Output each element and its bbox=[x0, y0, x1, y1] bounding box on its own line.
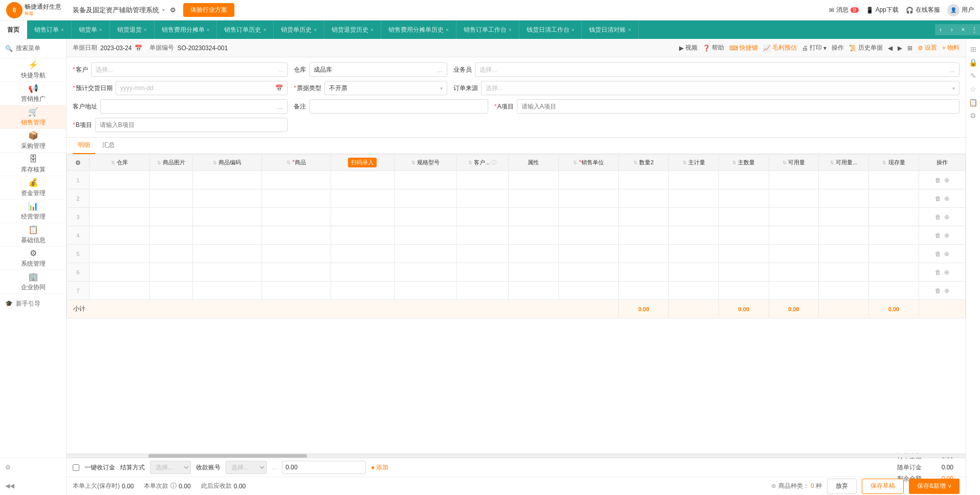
tab-close-icon[interactable]: × bbox=[144, 27, 147, 33]
col-spec[interactable]: ⇅ 规格型号 bbox=[395, 155, 456, 171]
table-scrollbar[interactable] bbox=[67, 454, 966, 458]
account-dots-icon[interactable]: ... bbox=[272, 464, 277, 471]
col-main-unit[interactable]: ⇅ 主计量 bbox=[669, 155, 719, 171]
tab-return-history[interactable]: 销货退货历史 × bbox=[324, 20, 381, 39]
b-project-input[interactable] bbox=[95, 118, 288, 132]
sidebar-item-marketing[interactable]: 📢 营销推广 bbox=[0, 82, 66, 105]
nav-close-btn[interactable]: × bbox=[957, 24, 969, 35]
row-copy-icon-3[interactable]: ⊕ bbox=[944, 213, 949, 221]
row-main-qty-1[interactable] bbox=[718, 171, 769, 189]
calendar-icon[interactable]: 📅 bbox=[135, 45, 142, 52]
shortcut-btn[interactable]: ⌨ 快捷键 bbox=[729, 44, 758, 52]
row-code-1[interactable] bbox=[193, 171, 262, 189]
right-panel-btn-3[interactable]: ✎ bbox=[967, 70, 979, 82]
row-attr-2[interactable] bbox=[508, 189, 558, 208]
system-title-arrow[interactable]: ▾ bbox=[162, 7, 165, 13]
a-project-input[interactable] bbox=[517, 99, 960, 114]
barcode-scan-btn[interactable]: 扫码录入 bbox=[348, 158, 377, 167]
nav-prev-toolbar[interactable]: ◀ bbox=[888, 45, 892, 52]
grid-view-btn[interactable]: ⊞ bbox=[907, 45, 912, 52]
row-delete-icon-3[interactable]: 🗑 bbox=[935, 213, 941, 221]
customer-input[interactable]: 选择... ... bbox=[91, 62, 288, 77]
row-spec-2[interactable] bbox=[395, 189, 456, 208]
tab-order-workbench[interactable]: 销售订单工作台 × bbox=[456, 20, 519, 39]
sidebar-item-quick-nav[interactable]: ⚡ 快捷导航 bbox=[0, 58, 66, 82]
sidebar-collapse-btn[interactable]: ◀◀ bbox=[0, 477, 66, 495]
sidebar-item-basic[interactable]: 📋 基础信息 bbox=[0, 223, 66, 247]
date-icon[interactable]: 📅 bbox=[275, 84, 283, 92]
nav-next-toolbar[interactable]: ▶ bbox=[898, 45, 902, 52]
sidebar-item-finance[interactable]: 💰 资金管理 bbox=[0, 176, 66, 200]
row-spec-1[interactable] bbox=[395, 171, 456, 189]
address-input[interactable]: ... bbox=[100, 99, 288, 114]
row-qty2-2[interactable] bbox=[619, 189, 669, 208]
add-btn[interactable]: ● 添加 bbox=[371, 463, 388, 472]
sidebar-item-purchase[interactable]: 📦 采购管理 bbox=[0, 129, 66, 153]
online-service-btn[interactable]: 🎧 在线客服 bbox=[906, 6, 940, 14]
warehouse-input[interactable]: 成品库 ... bbox=[309, 62, 447, 77]
col-qty2[interactable]: ⇅ 数量2 bbox=[619, 155, 669, 171]
toolbar-settings-btn[interactable]: ⚙ 设置 bbox=[918, 44, 937, 52]
sidebar-guide[interactable]: 🎓 新手引导 bbox=[0, 294, 66, 313]
tab-sales-return[interactable]: 销货退货 × bbox=[110, 20, 155, 39]
right-panel-btn-5[interactable]: 📋 bbox=[967, 96, 979, 109]
row-attr-3[interactable] bbox=[508, 208, 558, 226]
col-product[interactable]: ⇅ *商品 bbox=[262, 155, 331, 171]
tab-close-icon[interactable]: × bbox=[263, 27, 266, 33]
row-delete-icon-4[interactable]: 🗑 bbox=[935, 232, 941, 239]
ops-btn[interactable]: 操作 bbox=[832, 44, 844, 52]
row-spec-3[interactable] bbox=[395, 208, 456, 226]
industry-btn[interactable]: 体验行业方案 bbox=[183, 3, 234, 17]
row-warehouse-3[interactable] bbox=[89, 208, 149, 226]
tab-summary[interactable]: 汇总 bbox=[97, 138, 120, 154]
nav-next-btn[interactable]: › bbox=[946, 24, 957, 35]
tab-sales-order-history[interactable]: 销售订单历史 × bbox=[217, 20, 274, 39]
invoice-type-select[interactable]: 不开票 ▾ bbox=[324, 81, 447, 95]
row-warehouse-2[interactable] bbox=[89, 189, 149, 208]
row-cust-1[interactable] bbox=[456, 171, 508, 189]
tab-close-icon[interactable]: × bbox=[572, 27, 575, 33]
table-scroll-container[interactable]: ⚙ ⇅ 仓库 ⇅ 商品图片 ⇅ 商品编码 bbox=[67, 154, 966, 454]
save-draft-btn[interactable]: 保存草稿 bbox=[862, 479, 904, 494]
salesperson-input[interactable]: 选择... ... bbox=[475, 62, 960, 77]
row-delete-icon-1[interactable]: 🗑 bbox=[935, 177, 941, 184]
discard-btn[interactable]: 放弃 bbox=[827, 479, 857, 494]
row-delete-icon-2[interactable]: 🗑 bbox=[935, 195, 941, 202]
col-code[interactable]: ⇅ 商品编码 bbox=[193, 155, 262, 171]
right-panel-btn-1[interactable]: ⊞ bbox=[967, 43, 979, 55]
right-panel-btn-4[interactable]: ☆ bbox=[967, 83, 979, 95]
row-copy-icon-4[interactable]: ⊕ bbox=[944, 232, 949, 239]
remark-input[interactable] bbox=[309, 99, 488, 114]
one-click-checkbox[interactable] bbox=[73, 464, 79, 471]
row-copy-icon-7[interactable]: ⊕ bbox=[944, 287, 949, 294]
salesperson-dots-icon[interactable]: ... bbox=[949, 66, 955, 74]
payment-method-select[interactable]: 选择... bbox=[150, 461, 191, 474]
row-copy-icon-1[interactable]: ⊕ bbox=[944, 177, 949, 184]
row-copy-icon-5[interactable]: ⊕ bbox=[944, 250, 949, 257]
account-select[interactable]: 选择... bbox=[226, 461, 267, 474]
right-panel-btn-6[interactable]: ⚙ bbox=[967, 110, 979, 122]
col-avail2[interactable]: ⇅ 可用量... bbox=[819, 155, 869, 171]
warehouse-dots-icon[interactable]: ... bbox=[437, 66, 443, 74]
profit-btn[interactable]: 📈 毛利预估 bbox=[763, 44, 797, 52]
col-cust[interactable]: ⇅ 客户... ⓘ bbox=[456, 155, 508, 171]
table-scrollbar-thumb[interactable] bbox=[148, 454, 307, 458]
sidebar-item-sales[interactable]: 🛒 销售管理 bbox=[0, 105, 66, 129]
tab-daily-workbench[interactable]: 钱货日清工作台 × bbox=[519, 20, 582, 39]
tab-close-icon[interactable]: × bbox=[314, 27, 317, 33]
tab-close-icon[interactable]: × bbox=[446, 27, 449, 33]
app-download-btn[interactable]: 📱 App下载 bbox=[866, 6, 899, 14]
row-copy-icon-2[interactable]: ⊕ bbox=[944, 195, 949, 202]
tab-sales-bill-history[interactable]: 销货单历史 × bbox=[274, 20, 324, 39]
tab-sales-bill[interactable]: 销货单 × bbox=[72, 20, 110, 39]
sidebar-item-system[interactable]: ⚙ 系统管理 bbox=[0, 247, 66, 270]
tab-close-icon[interactable]: × bbox=[207, 27, 210, 33]
row-delete-icon-6[interactable]: 🗑 bbox=[935, 269, 941, 276]
row-product-1[interactable] bbox=[262, 171, 331, 189]
col-stock[interactable]: ⇅ 现存量 bbox=[869, 155, 919, 171]
address-dots-icon[interactable]: ... bbox=[277, 102, 283, 111]
row-code-2[interactable] bbox=[193, 189, 262, 208]
row-code-3[interactable] bbox=[193, 208, 262, 226]
view-btn[interactable]: ▶ 视频 bbox=[679, 44, 698, 52]
amount-input[interactable] bbox=[282, 461, 366, 474]
